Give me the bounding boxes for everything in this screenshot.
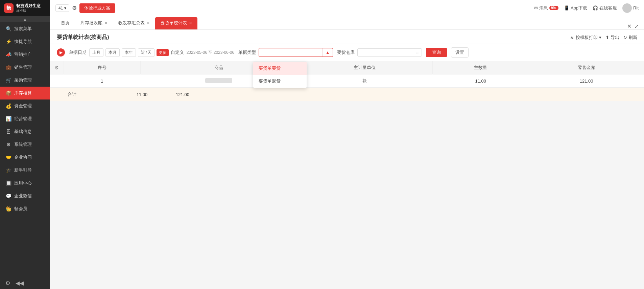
- sidebar-item-sales[interactable]: 💼 销售管理: [0, 61, 50, 74]
- page-content: 要货单统计表(按商品) 🖨 按模板打印 ▾ ⬆ 导出 ↻ 刷新 ▶: [50, 30, 644, 289]
- sidebar-item-wechat[interactable]: 💬 企业微信: [0, 190, 50, 202]
- col-no: 序号: [64, 61, 140, 74]
- warehouse-filter-dots-icon[interactable]: ···: [414, 50, 422, 55]
- row-no-cell: 1: [64, 74, 140, 88]
- dropdown-item-order-return[interactable]: 要货单退货: [253, 75, 307, 88]
- sidebar-icon-purchase: 🛒: [5, 77, 11, 83]
- date-filter-label: 单据日期: [69, 49, 87, 55]
- query-btn[interactable]: 查询: [426, 48, 447, 57]
- tab-expand-icon[interactable]: ⤢: [634, 23, 639, 29]
- company-selector[interactable]: 41 ▾: [55, 4, 69, 12]
- sidebar-label-inventory: 库存核算: [14, 90, 32, 96]
- custom-date-label: 自定义: [171, 49, 184, 55]
- sidebar-label-operation: 经营管理: [14, 116, 32, 122]
- tab-close-receive-send-summary[interactable]: ✕: [147, 21, 150, 25]
- sidebar-item-purchase[interactable]: 🛒 采购管理: [0, 74, 50, 87]
- sidebar-label-marketing: 营销推广: [14, 51, 32, 58]
- tab-close-all-icon[interactable]: ✕: [627, 23, 631, 29]
- tab-label-home: 首页: [61, 20, 70, 26]
- table-footer: 合计 11.00 121.00: [50, 88, 644, 101]
- type-filter-chevron-up-icon[interactable]: ▲: [322, 48, 333, 57]
- sidebar-item-quick-nav[interactable]: ⚡ 快捷导航: [0, 35, 50, 48]
- col-quantity: 主数量: [432, 61, 529, 74]
- warehouse-filter-input-group: ···: [357, 48, 422, 57]
- col-amount: 零售金额: [529, 61, 644, 74]
- sidebar-item-guide[interactable]: 🎓 新手引导: [0, 164, 50, 177]
- date-this-year-btn[interactable]: 本年: [122, 48, 136, 57]
- sidebar-icon-apps: 🔲: [5, 180, 11, 186]
- dropdown-item-order-goods[interactable]: 要货单要货: [253, 62, 307, 75]
- sidebar-item-basic[interactable]: 🗄 基础信息: [0, 125, 50, 138]
- tabs-controls: ✕ ⤢: [627, 23, 639, 29]
- chevron-down-icon: ▾: [64, 6, 66, 10]
- date-range-display: 2023-05-06 至 2023-06-06: [187, 50, 234, 55]
- sidebar-scroll-up[interactable]: ▲: [0, 16, 50, 22]
- tab-close-order-summary[interactable]: ✕: [189, 21, 192, 25]
- sidebar-icon-marketing: 📣: [5, 52, 11, 57]
- app-subtitle: 标准版: [16, 8, 41, 13]
- sidebar-nav: 🔍 搜索菜单 ⚡ 快捷导航 📣 营销推广 💼 销售管理 🛒 采购管理 📦 库存核…: [0, 22, 50, 277]
- sidebar-item-operation[interactable]: 📊 经营管理: [0, 112, 50, 125]
- data-table: ⚙ 序号 商品 主计量单位 主数量 零售金额 1: [50, 61, 644, 88]
- sidebar-collapse-icon[interactable]: ◀◀: [16, 280, 24, 286]
- avatar: [622, 3, 632, 13]
- export-icon: ⬆: [605, 35, 609, 40]
- messages-btn[interactable]: ✉ 消息 99+: [534, 5, 558, 11]
- row-amount-cell: 121.00: [529, 74, 644, 88]
- tab-receive-send-summary[interactable]: 收发存汇总表 ✕: [113, 17, 155, 29]
- sidebar-icon-basic: 🗄: [5, 129, 11, 134]
- sidebar-item-search[interactable]: 🔍 搜索菜单: [0, 22, 50, 35]
- filter-expand-btn[interactable]: ▶: [57, 48, 65, 57]
- sidebar-item-inventory[interactable]: 📦 库存核算: [0, 87, 50, 99]
- sidebar-item-member[interactable]: 👑 畅会员: [0, 202, 50, 215]
- settings-btn[interactable]: 设置: [451, 47, 469, 58]
- online-service-btn[interactable]: 🎧 在线客服: [593, 5, 617, 11]
- sidebar-item-system[interactable]: ⚙ 系统管理: [0, 138, 50, 151]
- print-template-btn[interactable]: 🖨 按模板打印 ▾: [570, 35, 601, 41]
- messages-badge: 99+: [549, 6, 558, 10]
- date-more-btn[interactable]: 更多: [157, 49, 169, 56]
- export-btn[interactable]: ⬆ 导出: [605, 35, 619, 41]
- sidebar-icon-inventory: 📦: [5, 90, 11, 96]
- footer-label: 合计: [54, 91, 122, 97]
- type-filter-input[interactable]: [259, 49, 322, 56]
- sidebar-icon-search: 🔍: [5, 26, 11, 31]
- app-logo: 畅 畅捷通好生意 标准版: [0, 0, 50, 16]
- topbar-settings-icon[interactable]: ⚙: [72, 5, 77, 11]
- sidebar-item-cooperation[interactable]: 🤝 企业协同: [0, 151, 50, 164]
- date-this-month-btn[interactable]: 本月: [105, 48, 120, 57]
- user-avatar-btn[interactable]: Rit: [622, 3, 639, 13]
- main-area: 41 ▾ ⚙ 体验行业方案 ✉ 消息 99+ 📱 App下载 🎧 在线客服 R: [50, 0, 644, 289]
- sidebar-icon-quick-nav: ⚡: [5, 39, 11, 44]
- tab-close-inventory-batch[interactable]: ✕: [104, 21, 108, 25]
- table-container: ⚙ 序号 商品 主计量单位 主数量 零售金额 1: [50, 61, 644, 88]
- refresh-btn[interactable]: ↻ 刷新: [623, 35, 637, 41]
- sidebar-item-marketing[interactable]: 📣 营销推广: [0, 48, 50, 61]
- app-download-label: App下载: [571, 5, 587, 11]
- sidebar: 畅 畅捷通好生意 标准版 ▲ 🔍 搜索菜单 ⚡ 快捷导航 📣 营销推广 💼 销售…: [0, 0, 50, 289]
- tab-inventory-batch[interactable]: 库存批次账 ✕: [75, 17, 113, 29]
- warehouse-filter-label: 要货仓库: [337, 49, 355, 55]
- footer-quantity: 11.00: [122, 92, 162, 97]
- sidebar-item-finance[interactable]: 💰 资金管理: [0, 99, 50, 112]
- date-7days-btn[interactable]: 近7天: [138, 48, 154, 57]
- app-title: 畅捷通好生意: [16, 3, 41, 9]
- sidebar-footer: ⚙ ◀◀: [0, 277, 50, 289]
- industry-btn[interactable]: 体验行业方案: [79, 3, 115, 13]
- sidebar-label-guide: 新手引导: [14, 167, 32, 173]
- row-unit-cell: 块: [297, 74, 432, 88]
- type-dropdown: 要货单要货 要货单退货: [253, 62, 307, 88]
- warehouse-filter-input[interactable]: [358, 49, 414, 56]
- sidebar-label-sales: 销售管理: [14, 64, 32, 70]
- tabs-bar: 首页库存批次账 ✕收发存汇总表 ✕要货单统计表 ✕ ✕ ⤢: [50, 16, 644, 30]
- footer-amount: 121.00: [162, 92, 203, 97]
- tab-order-summary[interactable]: 要货单统计表 ✕: [155, 17, 197, 29]
- app-download-btn[interactable]: 📱 App下载: [564, 5, 587, 11]
- sidebar-settings-icon[interactable]: ⚙: [5, 280, 10, 286]
- date-prev-month-btn[interactable]: 上月: [89, 48, 103, 57]
- sidebar-item-apps[interactable]: 🔲 应用中心: [0, 177, 50, 190]
- col-unit: 主计量单位: [297, 61, 432, 74]
- col-settings[interactable]: ⚙: [50, 61, 64, 74]
- sidebar-label-apps: 应用中心: [14, 180, 32, 186]
- tab-home[interactable]: 首页: [55, 17, 75, 29]
